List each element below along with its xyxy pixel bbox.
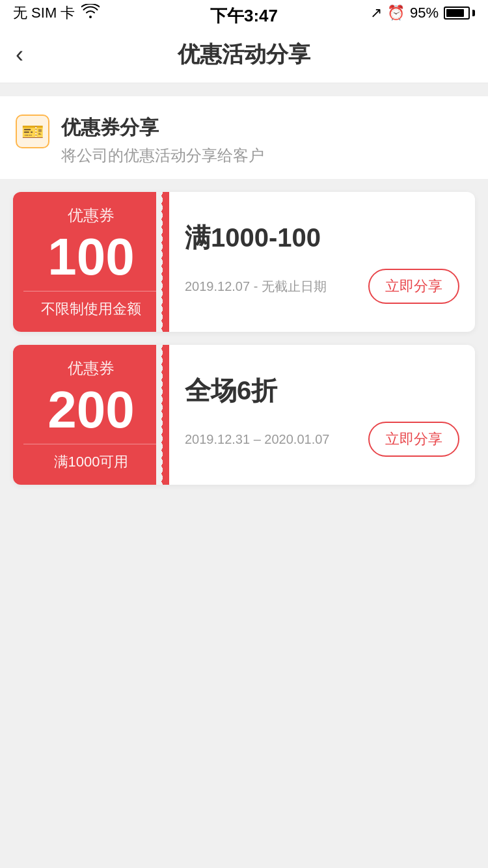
coupon-label: 优惠券 (68, 205, 115, 226)
section-icon: 🎫 (16, 115, 49, 148)
coupon-amount: 100 (47, 231, 134, 283)
back-button[interactable]: ‹ (16, 41, 23, 68)
section-title: 优惠券分享 (61, 115, 264, 141)
wifi-icon (81, 4, 100, 22)
coupon-meta: 2019.12.31 – 2020.01.07 立即分享 (185, 422, 459, 457)
coupon-condition: 满1000可用 (54, 452, 129, 472)
nav-title: 优惠活动分享 (178, 40, 310, 70)
status-left: 无 SIM 卡 (13, 3, 100, 23)
section-header: 🎫 优惠券分享 将公司的优惠活动分享给客户 (0, 96, 488, 179)
share-button[interactable]: 立即分享 (368, 269, 459, 304)
coupon-amount: 200 (47, 384, 134, 436)
section-text: 优惠券分享 将公司的优惠活动分享给客户 (61, 115, 264, 166)
location-icon: ↗ (370, 5, 382, 21)
battery-percent: 95% (410, 5, 439, 21)
coupon-right: 满1000-100 2019.12.07 - 无截止日期 立即分享 (169, 192, 475, 332)
coupon-condition: 不限制使用金额 (41, 299, 141, 319)
coupon-left: 优惠券 100 不限制使用金额 (13, 192, 169, 332)
coupon-divider (23, 291, 159, 292)
coupon-name: 全场6折 (185, 373, 459, 409)
nav-bar: ‹ 优惠活动分享 (0, 26, 488, 83)
coupon-card: 优惠券 200 满1000可用 全场6折 2019.12.31 – 2020.0… (13, 345, 475, 485)
coupon-name: 满1000-100 (185, 220, 459, 256)
section-subtitle: 将公司的优惠活动分享给客户 (61, 145, 264, 166)
status-right: ↗ ⏰ 95% (370, 5, 475, 21)
alarm-icon: ⏰ (387, 5, 405, 21)
carrier-text: 无 SIM 卡 (13, 3, 75, 23)
coupon-card: 优惠券 100 不限制使用金额 满1000-100 2019.12.07 - 无… (13, 192, 475, 332)
coupon-left-section: 优惠券 100 不限制使用金额 (13, 192, 169, 332)
coupon-divider (23, 444, 159, 444)
coupon-list: 优惠券 100 不限制使用金额 满1000-100 2019.12.07 - 无… (0, 179, 488, 485)
status-bar: 无 SIM 卡 下午3:47 ↗ ⏰ 95% (0, 0, 488, 26)
coupon-left-section: 优惠券 200 满1000可用 (13, 345, 169, 485)
share-button[interactable]: 立即分享 (368, 422, 459, 457)
empty-area (0, 485, 488, 745)
coupon-left: 优惠券 200 满1000可用 (13, 345, 169, 485)
coupon-meta: 2019.12.07 - 无截止日期 立即分享 (185, 269, 459, 304)
battery-icon (444, 7, 475, 20)
coupon-label: 优惠券 (68, 358, 115, 379)
coupon-right: 全场6折 2019.12.31 – 2020.01.07 立即分享 (169, 345, 475, 485)
time-display: 下午3:47 (210, 5, 278, 27)
coupon-date: 2019.12.31 – 2020.01.07 (185, 432, 329, 447)
coupon-date: 2019.12.07 - 无截止日期 (185, 278, 327, 295)
coupon-icon-symbol: 🎫 (21, 121, 44, 142)
